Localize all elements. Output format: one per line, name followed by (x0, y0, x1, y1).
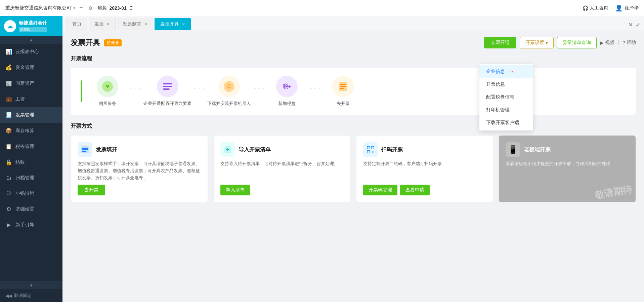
sidebar-label-settings: 基础设置 (15, 206, 34, 212)
flow-arrow-4: - - - (310, 84, 320, 99)
scan-manage-button[interactable]: 开票码管理 (363, 185, 397, 195)
sidebar-scroll-down[interactable]: ▼ (0, 281, 62, 289)
svg-rect-13 (82, 149, 88, 150)
svg-rect-19 (372, 151, 374, 153)
method-card-boss: 📱 老板端开票 查看老板端小程序提交的开票申请，并作出相应的处理 敬请期待 (499, 135, 636, 202)
sidebar-item-finance[interactable]: 💰 资金管理 (0, 60, 62, 75)
sidebar-label-checkout: 结账 (15, 159, 25, 165)
svg-rect-10 (340, 88, 344, 89)
page-header: 发票开具 待开通 立即开通 开票设置 ▾ 异常清单查询 ▶ 视频 | (71, 37, 636, 48)
add-button[interactable]: + (79, 4, 83, 11)
dropdown-item-invoice-info[interactable]: 开票信息 (479, 78, 533, 91)
tab-invoice-issue[interactable]: 发票开具 ✕ (155, 18, 191, 30)
sidebar-item-guide[interactable]: ▶ 新手引导 (0, 217, 62, 233)
scan-view-button[interactable]: 查看申请 (400, 185, 430, 195)
sidebar-logo: ☁ 畅捷通好会计 旗舰版 (0, 16, 62, 36)
flow-step-2: 企业开通配置开票六要素 (143, 76, 191, 107)
cancel-pin-icon: ◀◀ (5, 293, 12, 298)
sidebar-item-checkout[interactable]: 🔒 结账 (0, 154, 62, 170)
fill-go-button[interactable]: 去开票 (78, 185, 105, 195)
import-desc: 支持导入待开票清单，可对待开票清单进行拆分、合并处理。 (220, 160, 344, 167)
dropdown-arrow-icon: ▾ (73, 6, 75, 10)
printer-label: 打印机管理 (486, 107, 510, 113)
dropdown-item-company-info[interactable]: 企业信息 → (479, 65, 533, 78)
method-card-import-header: 导入开票清单 (220, 142, 344, 157)
expense-icon: © (5, 190, 12, 196)
expand-icon[interactable]: ⤢ (636, 22, 640, 28)
inventory-icon: 📦 (5, 127, 12, 134)
sidebar-item-expense[interactable]: © 小畅报销 (0, 186, 62, 201)
period-value: 2023-01 (110, 5, 127, 11)
tab-invoice-issue-close[interactable]: ✕ (182, 22, 185, 27)
sidebar-label-invoice: 发票管理 (15, 112, 34, 118)
fill-footer: 去开票 (78, 185, 201, 195)
sidebar-item-salary[interactable]: 💼 工资 (0, 91, 62, 107)
settings-button[interactable]: 开票设置 ▾ (520, 37, 554, 48)
boss-icon: 📱 (506, 142, 520, 157)
tab-invoice[interactable]: 发票 ✕ (89, 18, 116, 30)
import-title: 导入开票清单 (239, 146, 271, 153)
settings-icon[interactable]: ⚙ (88, 5, 93, 11)
archive-icon: 🗂 (5, 175, 12, 181)
user-avatar-icon: 👤 (615, 4, 622, 12)
company-selector[interactable]: 重庆畅捷交通信息咨询有限公司 ▾ (5, 5, 75, 11)
tab-invoice-calc[interactable]: 发票测算 ✕ (117, 18, 153, 30)
scan-title: 扫码开票 (381, 146, 403, 153)
sidebar-item-tax[interactable]: 📋 税务管理 (0, 139, 62, 154)
sidebar-item-invoice[interactable]: 🧾 发票管理 (0, 107, 62, 123)
svg-rect-18 (367, 150, 370, 153)
tax-icon: 📋 (5, 143, 12, 150)
dropdown-item-download-client[interactable]: 下载开票客户端 (479, 116, 533, 129)
flow-icon-2 (157, 76, 178, 97)
page-title-area: 发票开具 待开通 (71, 38, 122, 48)
help-label: 帮助 (627, 40, 636, 46)
tab-invoice-close[interactable]: ✕ (106, 22, 110, 27)
activate-button[interactable]: 立即开通 (484, 37, 516, 48)
close-all-icon[interactable]: ✕ (629, 22, 633, 28)
sidebar-label-fixed-assets: 固定资产 (15, 80, 34, 86)
tab-home[interactable]: 首页 (67, 18, 87, 30)
import-button[interactable]: 导入清单 (220, 185, 250, 195)
page-title: 发票开具 (71, 38, 100, 48)
sidebar-item-archive[interactable]: 🗂 归档管理 (0, 170, 62, 186)
video-button[interactable]: ▶ 视频 (600, 40, 614, 46)
settings-sidebar-icon: ⚙ (5, 206, 12, 212)
flow-icon-5 (332, 76, 354, 97)
sidebar-label-guide: 新手引导 (15, 222, 34, 228)
flow-icon-1: ♥ (97, 76, 118, 97)
fill-title: 发票填开 (96, 146, 117, 153)
scan-desc: 支持定制开票二维码，客户端可扫码开票 (363, 160, 486, 167)
logo-icon: ☁ (4, 20, 16, 32)
logo-text-area: 畅捷通好会计 旗舰版 (19, 20, 47, 32)
flow-section-title: 开票流程 (71, 55, 636, 62)
tab-invoice-calc-close[interactable]: ✕ (144, 22, 147, 27)
settings-dropdown-arrow: ▾ (546, 40, 548, 45)
play-icon: ▶ (600, 40, 604, 45)
flow-icon-4: 税+ (276, 76, 298, 97)
sidebar-item-fixed-assets[interactable]: 🏢 固定资产 (0, 75, 62, 91)
sidebar-cancel-pin[interactable]: ◀◀ 取消固定 (0, 289, 62, 302)
abnormal-button[interactable]: 异常清单查询 (557, 37, 597, 48)
tab-invoice-calc-label: 发票测算 (123, 21, 141, 27)
sidebar-item-cloud-reports[interactable]: 📊 云报表中心 (0, 44, 62, 60)
svg-text:☺: ☺ (226, 82, 232, 90)
fill-icon (78, 142, 92, 157)
support-button[interactable]: 🎧 人工咨询 (583, 5, 608, 11)
dropdown-item-tax-config[interactable]: 配置税盘信息 (479, 91, 533, 104)
tab-right-actions: ✕ ⤢ (629, 22, 640, 30)
dropdown-item-printer[interactable]: 打印机管理 (479, 104, 533, 116)
period-label: 账期 (98, 5, 108, 11)
calendar-icon[interactable]: 🗓 (129, 5, 133, 11)
status-badge: 待开通 (104, 39, 122, 46)
scan-icon (363, 142, 378, 157)
sidebar-item-settings[interactable]: ⚙ 基础设置 (0, 201, 62, 217)
divider: | (618, 40, 619, 46)
sidebar-label-inventory: 库存核算 (15, 128, 34, 134)
sidebar-item-inventory[interactable]: 📦 库存核算 (0, 123, 62, 139)
sidebar-scroll-up[interactable]: ▲ (0, 36, 62, 44)
help-button[interactable]: ? 帮助 (622, 40, 636, 46)
method-card-boss-header: 📱 老板端开票 (506, 142, 629, 157)
svg-rect-8 (340, 84, 346, 85)
support-label: 人工咨询 (590, 5, 608, 11)
user-info[interactable]: 👤 徐泽华 (615, 4, 639, 12)
